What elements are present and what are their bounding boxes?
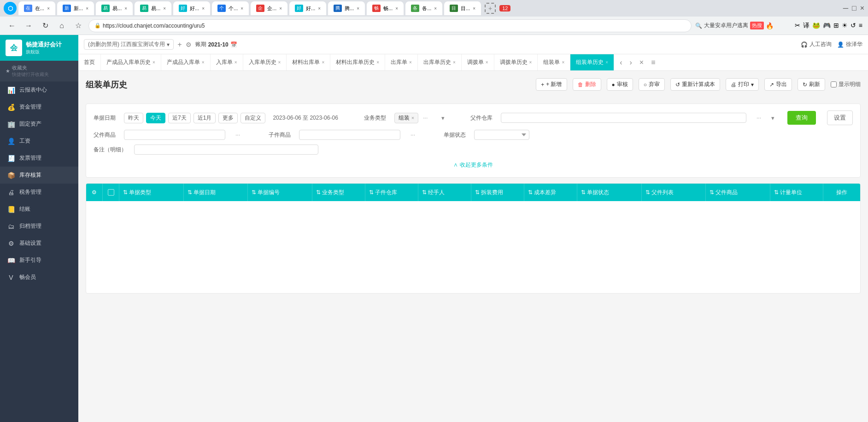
print-button[interactable]: 🖨 打印 ▾	[726, 78, 759, 91]
th-biz-type[interactable]: ⇅ 业务类型	[312, 184, 365, 201]
parent-warehouse-more-btn[interactable]: ···	[754, 114, 764, 122]
biz-type-dropdown[interactable]: ▾	[441, 115, 445, 121]
show-detail-checkbox[interactable]: 显示明细	[831, 81, 861, 88]
app-tab-close-11[interactable]: ×	[605, 60, 608, 65]
tab-close-1[interactable]: ×	[47, 6, 50, 11]
app-tab-11[interactable]: 组装单历史 ×	[570, 54, 614, 71]
th-handler[interactable]: ⇅ 经手人	[418, 184, 471, 201]
app-tab-3[interactable]: 入库单历史 ×	[243, 54, 287, 71]
forward-button[interactable]: →	[22, 19, 35, 32]
app-tab-close-7[interactable]: ×	[453, 60, 456, 65]
settings-company-btn[interactable]: ⚙	[186, 41, 192, 48]
sidebar-item-tax[interactable]: 🖨 税务管理	[0, 184, 78, 201]
browser-tab-10[interactable]: 畅 畅... ×	[367, 1, 404, 15]
sidebar-item-settlement[interactable]: 📒 结账	[0, 201, 78, 218]
browser-tab-11[interactable]: 各 各... ×	[405, 1, 442, 15]
sidebar-item-inventory[interactable]: 📦 库存核算	[0, 167, 78, 184]
address-bar[interactable]: 🔒 https://cloud.chanjet.com/accounting/u…	[88, 19, 692, 32]
app-tab-close-6[interactable]: ×	[409, 60, 412, 65]
menu-icon[interactable]: ≡	[859, 22, 862, 30]
tab-close-11[interactable]: ×	[434, 6, 437, 11]
tab-more-btn[interactable]: ≡	[647, 58, 659, 67]
export-button[interactable]: ↗ 导出	[764, 78, 792, 91]
parent-goods-input[interactable]	[124, 130, 225, 140]
th-child-warehouse[interactable]: ⇅ 子件仓库	[365, 184, 418, 201]
tab-close-10[interactable]: ×	[395, 6, 398, 11]
abandon-button[interactable]: ○ 弃审	[639, 78, 665, 91]
home-button[interactable]: ⌂	[55, 19, 68, 32]
tab-close-6[interactable]: ×	[240, 6, 243, 11]
maximize-button[interactable]: □	[852, 4, 856, 12]
app-tab-close-4[interactable]: ×	[322, 60, 324, 65]
tab-next-btn[interactable]: ›	[626, 58, 635, 67]
th-settings[interactable]: ⚙	[86, 184, 103, 201]
browser-tab-5[interactable]: 好 好... ×	[173, 1, 210, 15]
sidebar-item-reports[interactable]: 📊 云报表中心	[0, 81, 78, 98]
sidebar-item-finance[interactable]: 💰 资金管理	[0, 98, 78, 116]
filter-settings-button[interactable]: 设置	[827, 110, 853, 125]
tab-close-7[interactable]: ×	[279, 6, 282, 11]
child-goods-more-btn[interactable]: ···	[408, 131, 418, 139]
app-tab-10[interactable]: 组装单 ×	[538, 54, 570, 71]
browser-tab-3[interactable]: 易 易... ×	[96, 1, 133, 15]
company-selector[interactable]: (勿删勿禁用) 江西服宝测试专用 ▾	[84, 39, 174, 50]
game-icon[interactable]: 🎮	[823, 22, 831, 30]
th-checkbox[interactable]	[103, 184, 119, 201]
customer-service-btn[interactable]: 🎧 人工咨询	[801, 40, 832, 48]
settings-icon[interactable]: ☀	[842, 22, 848, 30]
th-disassemble-cost[interactable]: ⇅ 拆装费用	[471, 184, 524, 201]
child-goods-input[interactable]	[299, 130, 400, 140]
query-button[interactable]: 查询	[787, 111, 816, 125]
delete-button[interactable]: 🗑 删除	[573, 78, 601, 91]
parent-warehouse-dropdown[interactable]: ▾	[771, 115, 774, 121]
browser-search[interactable]: 🔍 大量安卓用户逃离 热搜 🔥	[695, 22, 787, 29]
refresh-button[interactable]: ↻ 刷新	[798, 78, 825, 91]
date-btn-1month[interactable]: 近1月	[194, 113, 216, 123]
translate-icon[interactable]: 译	[803, 22, 809, 30]
recalculate-button[interactable]: ↺ 重新计算成本	[670, 78, 720, 91]
sidebar-item-settings[interactable]: ⚙ 基础设置	[0, 235, 78, 252]
app-tab-4[interactable]: 材料出库单 ×	[287, 54, 330, 71]
add-button[interactable]: + + 新增	[536, 78, 567, 91]
sidebar-favorites[interactable]: ★ 收藏夹 快捷键打开收藏夹	[0, 61, 78, 81]
date-btn-more[interactable]: 更多	[218, 113, 238, 123]
browser-tab-8[interactable]: 好 好... ×	[289, 1, 326, 15]
app-tab-close-1[interactable]: ×	[202, 60, 205, 65]
grid-icon[interactable]: ⊞	[833, 22, 839, 30]
app-tab-close-8[interactable]: ×	[486, 60, 488, 65]
app-tab-close-9[interactable]: ×	[529, 60, 532, 65]
add-company-btn[interactable]: +	[177, 40, 182, 49]
app-tab-1[interactable]: 产成品入库单 ×	[161, 54, 211, 71]
reload-button[interactable]: ↻	[39, 19, 52, 32]
close-button[interactable]: ×	[860, 4, 864, 12]
browser-tab-6[interactable]: 个 个... ×	[212, 1, 249, 15]
app-tab-home[interactable]: 首页	[78, 54, 101, 71]
parent-warehouse-input[interactable]	[501, 113, 746, 123]
browser-tab-9[interactable]: 腾 腾... ×	[328, 1, 365, 15]
tab-close-3[interactable]: ×	[124, 6, 127, 11]
app-tab-8[interactable]: 调拨单 ×	[462, 54, 494, 71]
browser-tab-1[interactable]: 在 在... ×	[18, 1, 55, 15]
biz-type-more-btn[interactable]: ···	[420, 114, 430, 122]
biz-type-tag-close[interactable]: ×	[411, 115, 414, 121]
tab-close-8[interactable]: ×	[318, 6, 321, 11]
minimize-button[interactable]: ─	[843, 4, 848, 12]
tab-close-all-btn[interactable]: ×	[636, 58, 647, 67]
app-tab-close-10[interactable]: ×	[562, 60, 564, 65]
th-doc-date[interactable]: ⇅ 单据日期	[184, 184, 248, 201]
date-btn-7days[interactable]: 近7天	[168, 113, 191, 123]
browser-tab-7[interactable]: 企 企... ×	[251, 1, 287, 15]
th-cost-diff[interactable]: ⇅ 成本差异	[524, 184, 577, 201]
bookmark-button[interactable]: ☆	[72, 19, 85, 32]
tab-close-2[interactable]: ×	[86, 6, 88, 11]
emoji-icon[interactable]: 🐸	[812, 22, 820, 30]
tab-close-5[interactable]: ×	[202, 6, 205, 11]
app-tab-close-0[interactable]: ×	[152, 60, 155, 65]
user-profile-btn[interactable]: 👤 徐泽华	[837, 40, 862, 48]
tab-close-4[interactable]: ×	[163, 6, 166, 11]
scissors-icon[interactable]: ✂	[795, 22, 800, 30]
app-tab-5[interactable]: 材料出库单历史 ×	[330, 54, 385, 71]
parent-goods-more-btn[interactable]: ···	[233, 131, 243, 139]
date-btn-yesterday[interactable]: 昨天	[124, 113, 143, 123]
sidebar-item-vip[interactable]: V 畅会员	[0, 269, 78, 286]
